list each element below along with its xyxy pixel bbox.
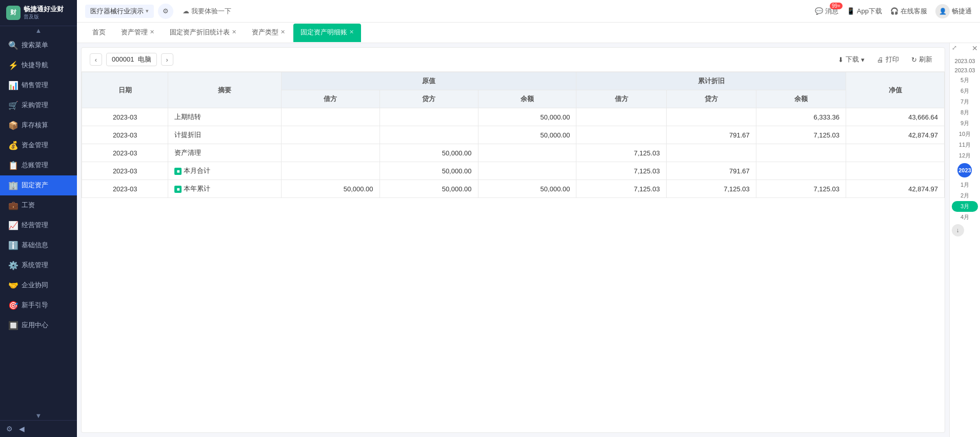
sidebar-item-ledger[interactable]: 📋 总账管理 (0, 155, 77, 175)
tab-asset-detail-ledger[interactable]: 固定资产明细账 ✕ (293, 24, 361, 42)
inventory-icon: 📦 (8, 121, 17, 130)
online-service-btn[interactable]: 🎧 在线客服 (890, 7, 927, 16)
timeline-entry-2023-03-top[interactable]: 2023.03 (952, 56, 978, 66)
sidebar-item-inventory[interactable]: 📦 库存核算 (0, 115, 77, 135)
cell-accum-balance: 7,125.03 (756, 126, 846, 144)
app-subtitle: 普及版 (24, 13, 64, 21)
col-accum-balance: 余额 (756, 90, 846, 108)
tab-depreciation-stats[interactable]: 固定资产折旧统计表 ✕ (163, 24, 244, 42)
top-header: 医疗器械行业演示 ▾ ⚙ ☁ 我要体验一下 💬 消息 99+ 📱 App下载 🎧… (77, 0, 980, 23)
app-download-label: App下载 (857, 7, 882, 16)
timeline-entry-4[interactable]: 4月 (952, 212, 978, 223)
tab-asset-type[interactable]: 资产类型 ✕ (245, 24, 292, 42)
timeline-entry-3-active[interactable]: 3月 (952, 201, 978, 212)
download-label: 下载 (846, 55, 859, 64)
timeline-entry-11[interactable]: 11月 (952, 140, 978, 150)
col-date: 日期 (82, 72, 168, 108)
timeline-nav-down[interactable]: ↓ (952, 224, 964, 236)
print-label: 打印 (886, 55, 899, 64)
download-icon: 📱 (847, 7, 855, 15)
cell-date: 2023-03 (82, 144, 168, 162)
next-asset-btn[interactable]: › (161, 53, 173, 66)
sidebar-item-enterprise[interactable]: 🤝 企业协同 (0, 275, 77, 295)
tab-home[interactable]: 首页 (85, 24, 113, 42)
timeline-entry-5[interactable]: 5月 (952, 75, 978, 86)
sidebar-item-operations[interactable]: 📈 经营管理 (0, 215, 77, 235)
timeline-content: 2023.03 2023.03 5月 6月 7月 8月 9月 10月 11月 1… (952, 56, 978, 238)
year-badge-2023[interactable]: 2023 (957, 163, 972, 177)
cell-orig-balance: 50,000.00 (478, 126, 576, 144)
table-row: 2023-03 上期结转 50,000.00 6,333.36 43,666.6… (82, 108, 945, 126)
settings-btn[interactable]: ⚙ (6, 425, 13, 433)
cell-accum-balance (756, 144, 846, 162)
timeline-entry-9[interactable]: 9月 (952, 118, 978, 129)
timeline-entry-2[interactable]: 2月 (952, 190, 978, 201)
message-btn[interactable]: 💬 消息 99+ (815, 7, 838, 16)
sidebar-label-search: 搜索菜单 (22, 41, 48, 50)
sidebar-item-payroll[interactable]: 💼 工资 (0, 195, 77, 215)
header-settings-btn[interactable]: ⚙ (158, 4, 173, 19)
sales-icon: 📊 (8, 81, 17, 90)
sidebar-item-sales[interactable]: 📊 销售管理 (0, 75, 77, 95)
company-selector[interactable]: 医疗器械行业演示 ▾ (85, 5, 154, 18)
asset-code: 000001 (112, 55, 134, 63)
sidebar-item-app-center[interactable]: 🔲 应用中心 (0, 315, 77, 335)
table-wrapper: 日期 摘要 原值 累计折旧 净值 借方 贷方 余额 借方 贷方 余额 (82, 72, 945, 432)
sidebar-scroll-up[interactable]: ▲ (0, 26, 77, 35)
timeline-entry-10[interactable]: 10月 (952, 129, 978, 140)
app-title: 畅捷通好业财 (24, 5, 64, 13)
sidebar-item-quick-nav[interactable]: ⚡ 快捷导航 (0, 55, 77, 75)
user-name: 畅捷通 (952, 7, 972, 16)
timeline-entry-8[interactable]: 8月 (952, 107, 978, 118)
collapse-btn[interactable]: ◀ (19, 425, 25, 433)
tab-asset-management[interactable]: 资产管理 ✕ (114, 24, 162, 42)
sidebar-scroll-down[interactable]: ▼ (0, 411, 77, 420)
cell-orig-credit: 50,000.00 (379, 144, 478, 162)
download-btn[interactable]: ⬇ 下载 ▾ (834, 53, 869, 66)
logo-text: 畅捷通好业财 普及版 (24, 5, 64, 21)
logo-icon: 财 (6, 6, 21, 20)
tab-close-asset-detail-ledger[interactable]: ✕ (349, 29, 354, 35)
tab-close-asset-management[interactable]: ✕ (150, 29, 154, 35)
header-right: 💬 消息 99+ 📱 App下载 🎧 在线客服 👤 畅捷通 (815, 4, 972, 18)
timeline-entry-2023-03-2[interactable]: 2023.03 (952, 66, 978, 75)
user-profile-btn[interactable]: 👤 畅捷通 (935, 4, 972, 18)
summary-icon: ■ (174, 168, 182, 175)
sidebar-item-purchase[interactable]: 🛒 采购管理 (0, 95, 77, 115)
sidebar-item-basic-info[interactable]: ℹ️ 基础信息 (0, 235, 77, 255)
asset-name: 电脑 (138, 55, 151, 63)
timeline-close-btn[interactable]: ✕ (972, 44, 978, 52)
tab-asset-management-label: 资产管理 (121, 28, 148, 37)
cell-orig-debit (281, 162, 379, 180)
refresh-btn[interactable]: ↻ 刷新 (907, 53, 936, 66)
app-download-btn[interactable]: 📱 App下载 (847, 7, 882, 16)
timeline-entry-1[interactable]: 1月 (952, 180, 978, 190)
sidebar-item-fixed-assets[interactable]: 🏢 固定资产 (0, 175, 77, 195)
sidebar-item-search[interactable]: 🔍 搜索菜单 (0, 35, 77, 55)
tab-close-asset-type[interactable]: ✕ (281, 29, 285, 35)
timeline-entry-12[interactable]: 12月 (952, 150, 978, 161)
payroll-icon: 💼 (8, 201, 17, 210)
cell-date: 2023-03 (82, 108, 168, 126)
company-name: 医疗器械行业演示 (90, 7, 144, 16)
sidebar-item-system[interactable]: ⚙️ 系统管理 (0, 255, 77, 275)
main-content: 医疗器械行业演示 ▾ ⚙ ☁ 我要体验一下 💬 消息 99+ 📱 App下载 🎧… (77, 0, 980, 437)
try-experience-btn[interactable]: ☁ 我要体验一下 (177, 5, 236, 18)
timeline-expand-btn[interactable]: ⤢ (952, 44, 957, 51)
sidebar-item-finance[interactable]: 💰 资金管理 (0, 135, 77, 155)
sidebar-label-operations: 经营管理 (22, 221, 48, 230)
prev-asset-btn[interactable]: ‹ (90, 53, 102, 66)
tab-close-depreciation-stats[interactable]: ✕ (232, 29, 236, 35)
sidebar-label-fixed-assets: 固定资产 (22, 181, 48, 190)
table-row: 2023-03 计提折旧 50,000.00 791.67 7,125.03 4… (82, 126, 945, 144)
timeline-entry-7[interactable]: 7月 (952, 96, 978, 107)
sidebar-label-sales: 销售管理 (22, 81, 48, 90)
app-center-icon: 🔲 (8, 321, 17, 330)
print-btn[interactable]: 🖨 打印 (873, 53, 903, 66)
timeline-entry-6[interactable]: 6月 (952, 86, 978, 96)
cell-summary: ■本年累计 (168, 180, 281, 198)
sidebar-item-guide[interactable]: 🎯 新手引导 (0, 295, 77, 315)
purchase-icon: 🛒 (8, 101, 17, 110)
cell-accum-credit: 791.67 (666, 126, 756, 144)
message-badge: 99+ (830, 3, 843, 9)
